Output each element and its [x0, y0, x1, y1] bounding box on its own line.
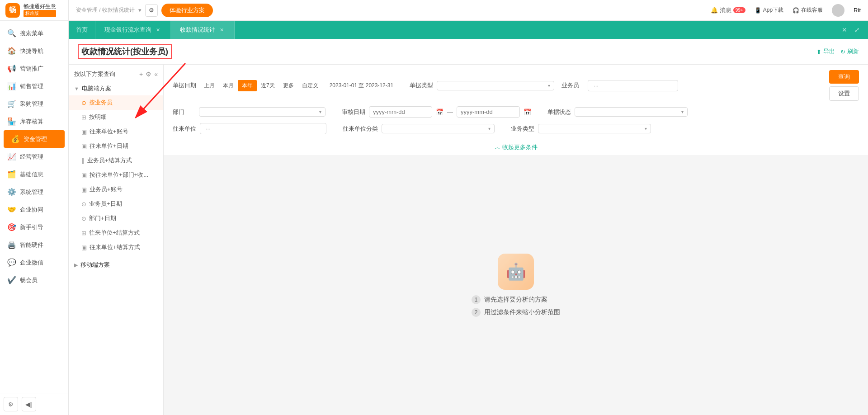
sidebar-item-wechat[interactable]: 💬 企业微信 — [0, 254, 68, 271]
scheme-collapse-btn[interactable]: « — [154, 71, 158, 78]
sidebar-item-member[interactable]: ✔️ 畅会员 — [0, 271, 68, 289]
biztype-select[interactable]: ▾ — [538, 124, 651, 133]
date-tab-thisyear[interactable]: 本年 — [238, 80, 257, 91]
scheme-item-salesman-account[interactable]: ▣ 业务员+账号 — [69, 182, 163, 197]
scheme-settings-btn[interactable]: ⚙ — [146, 71, 151, 78]
guide-icon: 🎯 — [7, 223, 16, 231]
filter-row-2: 部门 ▾ 审核日期 📅 — 📅 — [173, 106, 859, 118]
counterpart-more[interactable]: ··· — [206, 125, 211, 132]
desktop-group-header[interactable]: ▼ 电脑端方案 — [69, 82, 163, 95]
scheme-item-icon-5: ▣ — [81, 172, 87, 179]
counterpart-select[interactable]: ··· — [200, 123, 326, 134]
settings-bottom-btn[interactable]: ⚙ — [4, 397, 18, 411]
date-tab-more[interactable]: 更多 — [279, 80, 298, 91]
review-date-start[interactable] — [369, 106, 432, 118]
sidebar-item-purchase[interactable]: 🛒 采购管理 — [0, 95, 68, 113]
tab-collection[interactable]: 收款情况统计 ✕ — [171, 21, 235, 39]
mobile-group-header[interactable]: ▶ 移动端方案 — [69, 258, 163, 272]
settings-icon[interactable]: ⚙ — [145, 4, 158, 17]
add-scheme-btn[interactable]: + — [139, 71, 143, 78]
btn-group: 查询 设置 — [829, 70, 859, 101]
doctype-select[interactable]: ▾ — [437, 81, 554, 90]
tab-maximize[interactable]: ⤢ — [852, 24, 863, 35]
sidebar-item-label: 系统管理 — [20, 188, 43, 196]
sidebar-item-sales[interactable]: 📊 销售管理 — [0, 77, 68, 95]
sidebar-item-enterprise[interactable]: 🤝 企业协同 — [0, 201, 68, 218]
scheme-item-salesman-payment[interactable]: ∥ 业务员+结算方式 — [69, 153, 163, 168]
scheme-item-unit-dept[interactable]: ▣ 按往来单位+部门+收... — [69, 168, 163, 182]
filter-row-3: 往来单位 ··· 往来单位分类 ▾ 业务类型 — [173, 123, 859, 134]
docstatus-arrow: ▾ — [681, 109, 684, 114]
sidebar-item-search[interactable]: 🔍 搜索菜单 — [0, 24, 68, 42]
calendar-end-icon[interactable]: 📅 — [524, 108, 531, 116]
scheme-panel-header: 按以下方案查询 + ⚙ « — [69, 65, 163, 82]
online-service[interactable]: 🎧 在线客服 — [793, 6, 823, 14]
category-select[interactable]: ▾ — [382, 124, 495, 133]
scheme-item-detail[interactable]: ⊞ 按明细 — [69, 110, 163, 124]
tab-bank[interactable]: 现金银行流水查询 ✕ — [95, 21, 171, 39]
sidebar-item-quicknav[interactable]: 🏠 快捷导航 — [0, 42, 68, 60]
date-tab-thismonth[interactable]: 本月 — [219, 80, 238, 91]
tab-bar: 首页 现金银行流水查询 ✕ 收款情况统计 ✕ ✕ ⤢ — [69, 21, 868, 39]
trial-button[interactable]: 体验行业方案 — [161, 4, 213, 17]
tab-bank-close[interactable]: ✕ — [154, 26, 161, 33]
date-tab-7days[interactable]: 近7天 — [257, 80, 279, 91]
notification-area[interactable]: 🔔 消息 99+ — [711, 6, 745, 14]
sales-icon: 📊 — [7, 82, 16, 90]
collapse-btn[interactable]: ◀‖ — [22, 397, 36, 411]
logo-icon: 畅 — [5, 3, 20, 18]
scheme-item-label-1: 按明细 — [89, 113, 107, 121]
sidebar-item-hardware[interactable]: 🖨️ 智能硬件 — [0, 236, 68, 254]
sidebar-item-inventory[interactable]: 🏪 库存核算 — [0, 113, 68, 130]
filter-collapse-btn[interactable]: ︿ 收起更多条件 — [173, 140, 859, 155]
salesman-label: 业务员 — [561, 81, 584, 90]
sidebar-item-label: 搜索菜单 — [20, 29, 43, 38]
scheme-item-icon-10: ▣ — [81, 244, 87, 251]
logo-text: 畅捷通好生意 — [24, 3, 56, 10]
scheme-item-unit-settlement2[interactable]: ▣ 往来单位+结算方式 — [69, 240, 163, 255]
tab-collection-close[interactable]: ✕ — [218, 26, 225, 33]
salesman-more[interactable]: ··· — [594, 82, 599, 89]
salesman-select[interactable]: ··· — [588, 80, 678, 91]
scheme-item-unit-account[interactable]: ▣ 往来单位+账号 — [69, 124, 163, 139]
filter-item-date: 单据日期 上月 本月 本年 近7天 更多 自定义 2023-01-01 至 20… — [173, 80, 393, 91]
scheme-item-salesman-date[interactable]: ⊙ 业务员+日期 — [69, 197, 163, 211]
sidebar-item-basic[interactable]: 🗂️ 基础信息 — [0, 165, 68, 183]
docstatus-select[interactable]: ▾ — [575, 107, 688, 117]
scheme-panel-title: 按以下方案查询 — [74, 70, 115, 78]
breadcrumb: 资金管理 / 收款情况统计 — [76, 6, 135, 14]
sidebar-item-guide[interactable]: 🎯 新手引导 — [0, 218, 68, 236]
tab-home[interactable]: 首页 — [69, 21, 95, 39]
scheme-item-unit-settlement1[interactable]: ⊞ 往来单位+结算方式 — [69, 226, 163, 240]
scheme-item-icon-8: ⊙ — [81, 215, 86, 222]
date-dash: — — [447, 108, 453, 115]
user-avatar[interactable] — [832, 4, 844, 17]
sidebar-item-operations[interactable]: 📈 经营管理 — [0, 148, 68, 165]
biztype-arrow: ▾ — [645, 126, 647, 131]
review-date-end[interactable] — [457, 106, 520, 118]
dept-select[interactable]: ▾ — [199, 107, 326, 117]
app-download[interactable]: 📱 App下载 — [755, 6, 783, 14]
query-button[interactable]: 查询 — [829, 70, 859, 84]
tab-home-label: 首页 — [76, 26, 88, 34]
scheme-item-salesman[interactable]: ⊙ 按业务员 — [69, 95, 163, 110]
empty-step-1: 1 请先选择要分析的方案 — [472, 295, 560, 304]
sidebar-item-label: 智能硬件 — [20, 241, 43, 249]
quicknav-icon: 🏠 — [7, 47, 16, 55]
date-tab-custom[interactable]: 自定义 — [298, 80, 322, 91]
scheme-item-icon-0: ⊙ — [81, 99, 86, 106]
filter-item-dept: 部门 ▾ — [173, 107, 326, 117]
calendar-start-icon[interactable]: 📅 — [436, 108, 443, 116]
tab-close-all[interactable]: ✕ — [839, 24, 850, 35]
date-tab-lastmonth[interactable]: 上月 — [200, 80, 219, 91]
sidebar-item-finance[interactable]: 💰 资金管理 — [4, 130, 65, 148]
export-button[interactable]: ⬆ 导出 — [816, 47, 835, 56]
sidebar-item-system[interactable]: ⚙️ 系统管理 — [0, 183, 68, 201]
refresh-button[interactable]: ↻ 刷新 — [840, 47, 859, 56]
breadcrumb-dropdown[interactable]: ▾ — [138, 7, 142, 14]
settings-button[interactable]: 设置 — [829, 86, 859, 101]
refresh-icon: ↻ — [840, 48, 845, 55]
scheme-item-dept-date[interactable]: ⊙ 部门+日期 — [69, 211, 163, 226]
sidebar-item-marketing[interactable]: 📢 营销推广 — [0, 60, 68, 77]
scheme-item-unit-date[interactable]: ▣ 往来单位+日期 — [69, 139, 163, 153]
